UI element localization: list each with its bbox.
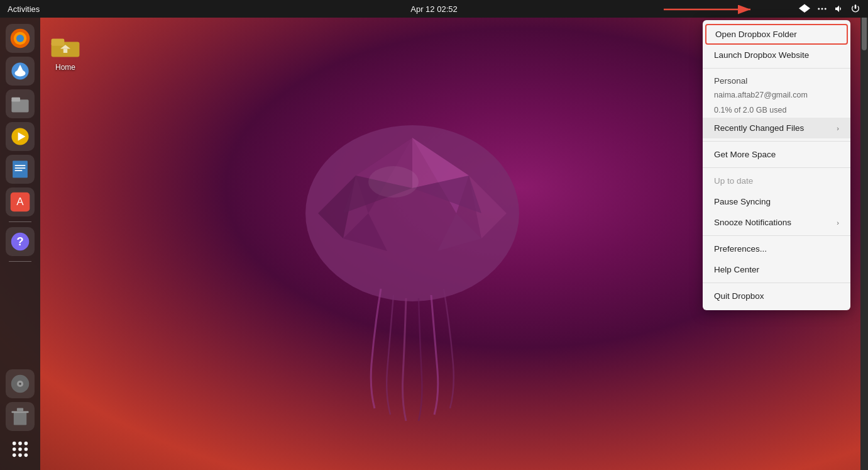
- menu-launch-website[interactable]: Launch Dropbox Website: [703, 45, 850, 65]
- network-icon[interactable]: [816, 3, 828, 14]
- svg-rect-19: [15, 170, 23, 171]
- menu-open-dropbox-folder[interactable]: Open Dropbox Folder: [705, 24, 848, 45]
- svg-point-1: [821, 8, 823, 10]
- scrollbar-thumb[interactable]: [862, 13, 867, 50]
- menu-snooze-notifications[interactable]: Snooze Notifications ›: [703, 212, 850, 233]
- svg-point-38: [25, 454, 28, 457]
- svg-point-53: [368, 166, 419, 198]
- dock-divider-1: [9, 221, 31, 222]
- menu-preferences[interactable]: Preferences...: [703, 238, 850, 259]
- dock-disc[interactable]: [6, 369, 35, 398]
- menu-email: naima.aftab27@gmail.com: [703, 87, 850, 103]
- home-desktop-icon[interactable]: Home: [50, 30, 80, 72]
- dock: A ?: [0, 18, 40, 470]
- dock-rhythmbox[interactable]: [6, 122, 35, 151]
- activities-button[interactable]: Activities: [8, 4, 40, 14]
- svg-point-36: [13, 454, 16, 457]
- menu-divider-4: [703, 235, 850, 236]
- menu-help-center[interactable]: Help Center: [703, 259, 850, 280]
- svg-rect-16: [13, 160, 28, 177]
- svg-point-37: [18, 454, 22, 457]
- svg-point-2: [825, 8, 827, 10]
- dock-appstore[interactable]: A: [6, 187, 35, 216]
- dropbox-context-menu: Open Dropbox Folder Launch Dropbox Websi…: [703, 20, 850, 310]
- jellyfish-illustration: [126, 50, 698, 470]
- menu-up-to-date: Up to date: [703, 171, 850, 191]
- svg-point-33: [13, 447, 16, 451]
- home-icon-label: Home: [55, 63, 75, 72]
- svg-point-31: [18, 442, 22, 445]
- svg-rect-28: [11, 411, 28, 413]
- svg-rect-41: [63, 49, 67, 53]
- scrollbar[interactable]: [860, 0, 868, 470]
- svg-rect-17: [15, 165, 26, 166]
- dock-help[interactable]: ?: [6, 227, 35, 256]
- svg-rect-13: [11, 98, 20, 102]
- menu-get-more-space[interactable]: Get More Space: [703, 144, 850, 165]
- svg-point-32: [25, 442, 28, 445]
- dock-files[interactable]: [6, 89, 35, 118]
- topbar-right-icons: [799, 3, 860, 14]
- svg-rect-18: [15, 167, 26, 169]
- dropbox-tray-icon[interactable]: [799, 3, 810, 14]
- red-arrow-indicator: [657, 3, 758, 19]
- datetime-display: Apr 12 02:52: [410, 4, 457, 14]
- menu-quit-dropbox[interactable]: Quit Dropbox: [703, 286, 850, 306]
- dock-firefox[interactable]: [6, 24, 35, 53]
- dock-writer[interactable]: [6, 155, 35, 184]
- svg-point-30: [13, 442, 16, 445]
- dock-bottom-group: [6, 369, 35, 464]
- dock-divider-2: [9, 261, 31, 262]
- dock-app-grid[interactable]: [6, 435, 35, 464]
- dock-thunderbird[interactable]: [6, 57, 35, 86]
- menu-divider-1: [703, 68, 850, 69]
- volume-icon[interactable]: [834, 4, 844, 14]
- svg-text:A: A: [16, 196, 24, 208]
- svg-rect-29: [17, 408, 23, 411]
- menu-divider-5: [703, 283, 850, 283]
- svg-point-35: [25, 447, 28, 451]
- menu-storage: 0.1% of 2.0 GB used: [703, 103, 850, 118]
- svg-point-26: [19, 383, 21, 384]
- chevron-right-icon: ›: [837, 125, 839, 132]
- dock-trash[interactable]: [6, 402, 35, 431]
- menu-pause-syncing[interactable]: Pause Syncing: [703, 191, 850, 212]
- menu-divider-2: [703, 141, 850, 142]
- svg-point-34: [18, 447, 22, 451]
- chevron-right-snooze-icon: ›: [837, 219, 839, 227]
- svg-point-0: [818, 8, 820, 10]
- power-icon[interactable]: [850, 4, 860, 14]
- menu-divider-3: [703, 167, 850, 168]
- menu-recently-changed[interactable]: Recently Changed Files ›: [703, 118, 850, 138]
- svg-point-8: [16, 35, 24, 42]
- svg-rect-40: [52, 39, 65, 46]
- svg-rect-27: [14, 412, 26, 425]
- svg-rect-3: [855, 4, 857, 9]
- menu-personal-label: Personal: [703, 71, 850, 87]
- desktop: Activities Apr 12 02:52: [0, 0, 868, 470]
- home-folder-icon: [50, 30, 80, 60]
- svg-text:?: ?: [16, 235, 23, 248]
